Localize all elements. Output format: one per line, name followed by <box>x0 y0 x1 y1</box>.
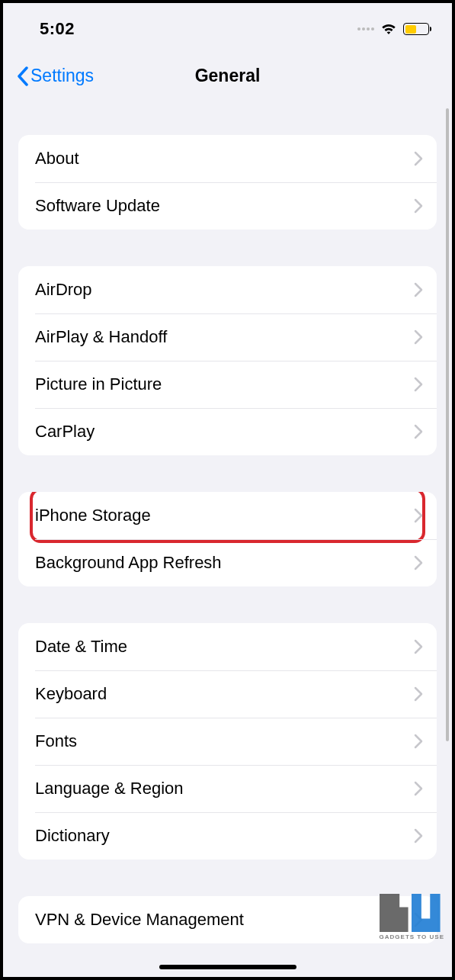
row-carplay[interactable]: CarPlay <box>18 408 437 455</box>
home-indicator[interactable] <box>159 965 296 969</box>
chevron-right-icon <box>414 151 423 166</box>
chevron-right-icon <box>414 424 423 439</box>
chevron-right-icon <box>414 639 423 654</box>
battery-icon <box>403 23 429 35</box>
back-label: Settings <box>30 66 94 86</box>
row-fonts[interactable]: Fonts <box>18 718 437 765</box>
row-dictionary[interactable]: Dictionary <box>18 812 437 860</box>
wifi-icon <box>380 23 397 35</box>
row-software-update[interactable]: Software Update <box>18 182 437 230</box>
chevron-right-icon <box>414 377 423 392</box>
row-label: Background App Refresh <box>35 553 222 573</box>
chevron-right-icon <box>414 828 423 843</box>
row-label: Fonts <box>35 731 77 751</box>
row-label: Software Update <box>35 196 160 216</box>
row-label: Date & Time <box>35 637 127 657</box>
row-airplay-handoff[interactable]: AirPlay & Handoff <box>18 313 437 361</box>
chevron-right-icon <box>414 282 423 297</box>
row-picture-in-picture[interactable]: Picture in Picture <box>18 361 437 408</box>
row-label: AirDrop <box>35 280 92 300</box>
chevron-right-icon <box>414 781 423 796</box>
cellular-dots-icon <box>357 27 374 31</box>
row-iphone-storage[interactable]: iPhone Storage <box>18 492 437 539</box>
row-keyboard[interactable]: Keyboard <box>18 670 437 718</box>
row-label: Keyboard <box>35 684 107 704</box>
row-label: VPN & Device Management <box>35 910 244 930</box>
row-label: CarPlay <box>35 422 95 442</box>
section-vpn: VPN & Device Management <box>18 896 437 943</box>
chevron-right-icon <box>414 686 423 702</box>
section-datetime: Date & Time Keyboard Fonts Language & Re… <box>18 623 437 860</box>
watermark-text: GADGETS TO USE <box>380 933 444 940</box>
chevron-right-icon <box>414 734 423 749</box>
row-label: Language & Region <box>35 779 184 798</box>
chevron-left-icon <box>17 66 29 86</box>
chevron-right-icon <box>414 508 423 523</box>
section-airdrop: AirDrop AirPlay & Handoff Picture in Pic… <box>18 266 437 455</box>
page-title: General <box>195 66 261 86</box>
settings-content: About Software Update AirDrop AirPlay & … <box>3 135 452 943</box>
section-storage: iPhone Storage Background App Refresh <box>18 492 437 586</box>
row-label: AirPlay & Handoff <box>35 327 167 347</box>
row-label: iPhone Storage <box>35 506 151 525</box>
watermark-logo: GADGETS TO USE <box>380 894 444 940</box>
nav-header: Settings General <box>3 47 452 100</box>
row-about[interactable]: About <box>18 135 437 182</box>
row-date-time[interactable]: Date & Time <box>18 623 437 670</box>
row-language-region[interactable]: Language & Region <box>18 765 437 812</box>
chevron-right-icon <box>414 198 423 214</box>
row-label: Dictionary <box>35 826 110 846</box>
scrollbar-thumb[interactable] <box>446 108 449 741</box>
row-background-app-refresh[interactable]: Background App Refresh <box>18 539 437 586</box>
row-label: Picture in Picture <box>35 374 162 394</box>
row-vpn-device-management[interactable]: VPN & Device Management <box>18 896 437 943</box>
row-airdrop[interactable]: AirDrop <box>18 266 437 313</box>
status-time: 5:02 <box>40 19 75 39</box>
chevron-right-icon <box>414 555 423 570</box>
section-about: About Software Update <box>18 135 437 230</box>
back-button[interactable]: Settings <box>17 66 94 86</box>
chevron-right-icon <box>414 329 423 345</box>
row-label: About <box>35 149 79 169</box>
status-indicators <box>357 23 429 35</box>
status-bar: 5:02 <box>3 3 452 47</box>
